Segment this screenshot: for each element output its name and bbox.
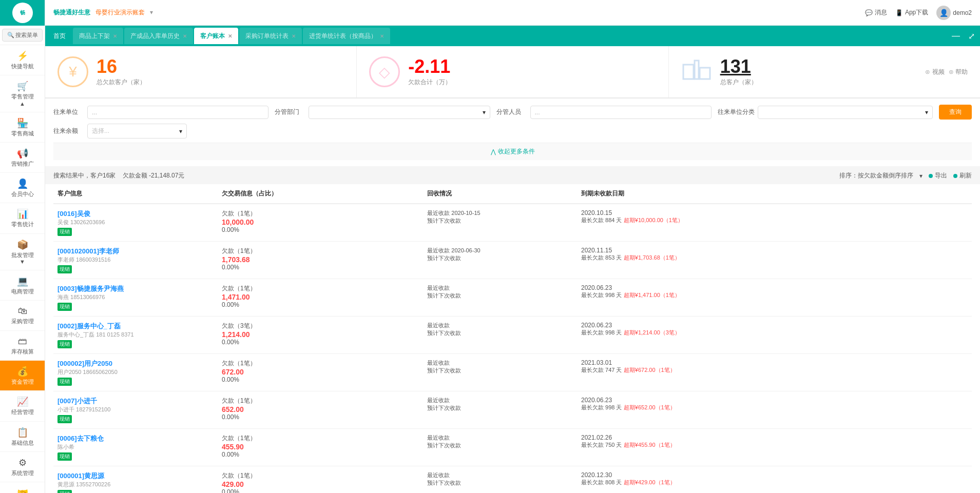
tab-customer[interactable]: 客户账本 ✕ [194,28,238,44]
filter-dept-select[interactable]: ▾ [309,106,490,119]
customer-cell-6: [0006]去下粮仓 陈小希 现销 [53,434,218,461]
tab-purchase[interactable]: 采购订单统计表 ✕ [239,28,302,44]
customer-contact-2: 海燕 18513066976 [57,293,214,301]
due-date-1: 2020.11.15 [581,247,968,254]
app-download-btn[interactable]: 📱 App下载 [895,8,928,17]
overdue-amount-0[interactable]: 超期¥10,000.00（1笔） [624,217,683,223]
customer-name-0[interactable]: [0016]吴俊 [57,209,214,219]
debtors-value: 16 [97,57,146,76]
sidebar-item-retail-mgmt[interactable]: 🛒 零售管理 ▲ [0,75,45,112]
customer-contact-4: 用户2050 18665062050 [57,368,214,376]
sidebar-item-quick-nav[interactable]: ⚡ 快捷导航 [0,45,45,75]
sidebar-item-operations[interactable]: 📈 经营管理 [0,391,45,421]
debt-amount-2[interactable]: 1,471.00 [222,293,419,301]
debt-cell-1: 欠款（1笔） 1,703.68 0.00% [218,247,423,273]
customer-name-1[interactable]: [0001020001]李老师 [57,247,214,256]
filter-balance-label: 往来余额 [53,127,84,135]
refresh-dot [953,174,957,178]
sidebar-item-retail-store[interactable]: 🏪 零售商城 [0,112,45,143]
sidebar-item-wholesale[interactable]: 📦 批发管理 ▼ [0,234,45,270]
help-link[interactable]: ⊙ 帮助 [949,68,968,76]
filter-unit-input[interactable]: ... [87,106,268,119]
customer-cell-5: [0007]小进千 小进千 18279152100 现销 [53,397,218,423]
debt-total-info: -2.11 欠款合计（万） [408,57,451,87]
sidebar-item-ecommerce[interactable]: 💻 电商管理 [0,270,45,301]
debt-amount-5[interactable]: 652.00 [222,405,419,413]
sidebar-item-collab[interactable]: 🤝 企业协同 [0,482,45,493]
filter-dept: 分管部门 ▾ [275,106,490,119]
balance-placeholder: 选择... [92,127,109,135]
wholesale-icon: 📦 [17,239,28,250]
sidebar-item-retail-stats[interactable]: 📊 零售统计 [0,203,45,233]
debt-amount-4[interactable]: 672.00 [222,368,419,376]
overdue-amount-5[interactable]: 超期¥652.00（1笔） [624,404,676,410]
debt-amount-1[interactable]: 1,703.68 [222,255,419,264]
close-customer-tab[interactable]: ✕ [228,33,232,39]
filter-category-select[interactable]: ▾ [758,106,933,119]
debt-count-1: 欠款（1笔） [222,247,419,255]
filter-person-input[interactable]: ... [530,106,712,119]
user-avatar[interactable]: 👤 demo2 [936,6,972,20]
overdue-days-1: 最长欠款 853 天 [581,254,622,261]
close-goods-tab[interactable]: ✕ [113,33,117,39]
customer-cell-1: [0001020001]李老师 李老师 18600391516 现销 [53,247,218,273]
collection-date-1: 2020-06-30 [451,247,480,253]
close-produce-tab[interactable]: ✕ [183,33,187,39]
close-incoming-tab[interactable]: ✕ [380,33,384,39]
customer-name-2[interactable]: [0003]畅捷服务尹海燕 [57,284,214,293]
overdue-amount-2[interactable]: 超期¥1,471.00（1笔） [624,292,680,298]
customer-name-3[interactable]: [0002]服务中心_丁磊 [57,322,214,331]
debt-amount-7[interactable]: 429.00 [222,480,419,488]
tabs-maximize[interactable]: ⤢ [965,31,978,41]
collapse-btn[interactable]: ⋀ 收起更多条件 [489,145,537,158]
overdue-amount-6[interactable]: 超期¥455.90（1笔） [624,442,676,448]
sidebar-item-system[interactable]: ⚙ 系统管理 [0,452,45,482]
sidebar-item-member[interactable]: 👤 会员中心 [0,173,45,203]
topbar: 畅捷通好生意 母婴行业演示账套 ▾ 💬 消息 📱 App下载 👤 [45,0,980,26]
sidebar-item-label: 会员中心 [11,190,34,198]
export-btn[interactable]: 导出 [929,171,947,180]
overdue-amount-7[interactable]: 超期¥429.00（1笔） [624,479,676,485]
debt-count-2: 欠款（1笔） [222,284,419,293]
due-cell-7: 2020.12.30 最长欠款 808 天 超期¥429.00（1笔） [577,471,972,493]
overdue-amount-4[interactable]: 超期¥672.00（1笔） [624,367,676,373]
download-icon: 📱 [895,9,903,16]
sidebar-item-basic-info[interactable]: 📋 基础信息 [0,422,45,452]
query-button[interactable]: 查询 [939,105,972,120]
sidebar-item-finance[interactable]: 💰 资金管理 [0,361,45,391]
customer-name-5[interactable]: [0007]小进千 [57,397,214,406]
system-icon: ⚙ [18,457,27,468]
customer-name-4[interactable]: [000002]用户2050 [57,359,214,368]
sidebar-item-purchase[interactable]: 🛍 采购管理 [0,301,45,330]
debt-amount-6[interactable]: 455.90 [222,443,419,451]
tab-incoming[interactable]: 进货单统计表（按商品） ✕ [303,28,390,44]
message-btn[interactable]: 💬 消息 [865,8,887,17]
stat-card-debt-total: ◇ -2.11 欠款合计（万） [357,46,668,97]
filter-balance: 往来余额 选择... ▾ [53,124,187,139]
debt-amount-3[interactable]: 1,214.00 [222,330,419,339]
customer-name-6[interactable]: [0006]去下粮仓 [57,434,214,443]
filter-person: 分管人员 ... [496,106,712,119]
filter-balance-select[interactable]: 选择... ▾ [87,124,187,139]
customer-name-7[interactable]: [000001]黄思源 [57,471,214,481]
chevron-down-icon: ▾ [925,109,928,116]
tab-home[interactable]: 首页 [47,28,72,44]
debt-amount-0[interactable]: 10,000.00 [222,218,419,226]
tabs-minimize[interactable]: — [949,31,963,41]
sidebar-item-inventory[interactable]: 🗃 库存核算 [0,331,45,361]
svg-rect-2 [700,68,710,79]
search-menu-area[interactable]: 🔍 搜索菜单 [0,26,45,45]
refresh-btn[interactable]: 刷新 [953,171,972,180]
close-purchase-tab[interactable]: ✕ [292,33,296,39]
overdue-amount-3[interactable]: 超期¥1,214.00（3笔） [624,329,680,336]
tab-goods[interactable]: 商品上下架 ✕ [73,28,123,44]
table-row: [0003]畅捷服务尹海燕 海燕 18513066976 现销 欠款（1笔） 1… [53,279,972,317]
sidebar-item-marketing[interactable]: 📢 营销推广 [0,143,45,173]
logo-icon: 畅 [12,3,33,23]
tab-produce[interactable]: 产成品入库单历史 ✕ [124,28,193,44]
due-date-7: 2020.12.30 [581,471,968,479]
overdue-amount-1[interactable]: 超期¥1,703.68（1笔） [624,254,680,261]
search-menu-btn[interactable]: 🔍 搜索菜单 [2,29,43,42]
video-link[interactable]: ⊙ 视频 [925,68,944,76]
next-label-1: 预计下次收款 [427,254,573,262]
